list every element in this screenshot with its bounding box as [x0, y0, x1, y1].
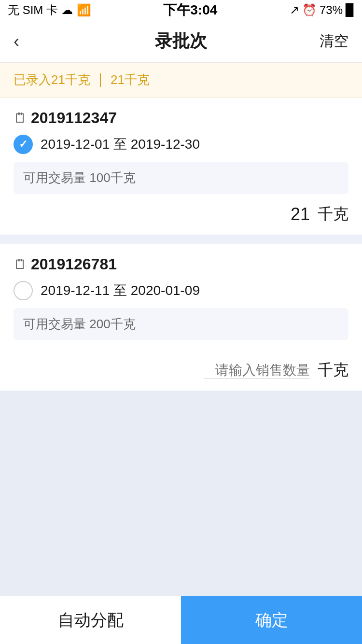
card2-date-row: 2019-12-11 至 2020-01-09 — [14, 281, 348, 300]
page-title: 录批次 — [155, 29, 207, 53]
card1-date-range: 2019-12-01 至 2019-12-30 — [41, 135, 200, 154]
card1-quantity-value: 21 — [291, 204, 310, 224]
bottom-bar: 自动分配 确定 — [0, 596, 362, 644]
card1-radio[interactable] — [14, 135, 33, 154]
status-right: ↗ ⏰ 73% ▉ — [290, 3, 354, 17]
total-label: 21千克 — [111, 71, 150, 88]
battery-icon: ▉ — [346, 3, 354, 17]
info-banner: 已录入21千克 21千克 — [0, 63, 362, 98]
batch-card-2: 🗒 2019126781 2019-12-11 至 2020-01-09 可用交… — [0, 244, 362, 352]
status-bar: 无 SIM 卡 ☁ 📶 下午3:04 ↗ ⏰ 73% ▉ — [0, 0, 362, 20]
battery-percent: 73% — [320, 3, 343, 17]
alarm-icon: ⏰ — [302, 3, 317, 17]
card2-batch-id: 2019126781 — [31, 255, 117, 273]
card1-quantity-unit: 千克 — [318, 204, 348, 225]
card2-icon: 🗒 — [14, 256, 27, 272]
card1-batch-id: 2019112347 — [31, 109, 117, 127]
back-button[interactable]: ‹ — [14, 31, 42, 52]
banner-divider — [100, 73, 101, 87]
card2-availability: 可用交易量 200千克 — [14, 308, 348, 340]
clear-button[interactable]: 清空 — [320, 31, 348, 51]
sim-label: 无 SIM 卡 ☁ — [8, 2, 73, 18]
confirm-button[interactable]: 确定 — [181, 596, 362, 644]
batch-card-1: 🗒 2019112347 2019-12-01 至 2019-12-30 可用交… — [0, 98, 362, 194]
card1-availability: 可用交易量 100千克 — [14, 162, 348, 194]
location-icon: ↗ — [290, 3, 299, 17]
card2-radio[interactable] — [14, 281, 33, 300]
card1-icon: 🗒 — [14, 110, 27, 126]
nav-bar: ‹ 录批次 清空 — [0, 20, 362, 63]
card2-date-range: 2019-12-11 至 2020-01-09 — [41, 281, 200, 300]
card2-unit: 千克 — [318, 360, 348, 381]
card2-header: 🗒 2019126781 — [14, 255, 348, 273]
card1-header: 🗒 2019112347 — [14, 109, 348, 127]
main-content: 🗒 2019112347 2019-12-01 至 2019-12-30 可用交… — [0, 98, 362, 630]
status-time: 下午3:04 — [163, 1, 217, 19]
card1-quantity-row: 21 千克 — [0, 194, 362, 235]
status-left: 无 SIM 卡 ☁ 📶 — [8, 2, 91, 18]
wifi-icon: 📶 — [77, 3, 91, 17]
card-separator — [0, 235, 362, 244]
card1-date-row: 2019-12-01 至 2019-12-30 — [14, 135, 348, 154]
card2-input-row: 千克 — [0, 352, 362, 391]
bottom-gray-area — [0, 391, 362, 630]
auto-distribute-button[interactable]: 自动分配 — [0, 596, 181, 644]
recorded-label: 已录入21千克 — [14, 71, 90, 88]
card2-quantity-input[interactable] — [204, 363, 310, 378]
